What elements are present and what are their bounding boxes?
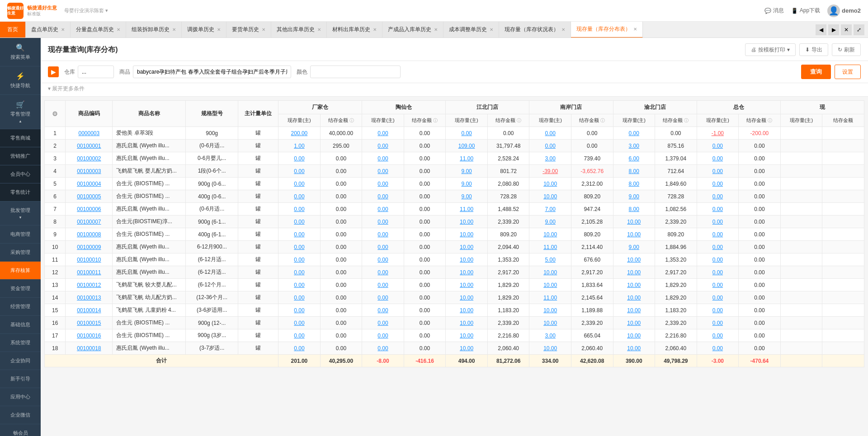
cell-yb-qty[interactable]: 10.00: [613, 266, 655, 279]
cell-na-qty[interactable]: 11.00: [529, 291, 571, 304]
cell-tot-qty[interactable]: 0.00: [697, 279, 739, 291]
tab-requisition[interactable]: 要货单历史 ✕: [226, 22, 271, 38]
sidebar-item-basic[interactable]: 基础信息: [0, 316, 41, 334]
cell-jb-qty[interactable]: 10.00: [446, 291, 488, 304]
cell-tot-qty[interactable]: 0.00: [697, 342, 739, 355]
cell-jb-qty[interactable]: 10.00: [446, 241, 488, 253]
cell-tot-qty[interactable]: 0.00: [697, 178, 739, 190]
cell-yb-qty[interactable]: 10.00: [613, 228, 655, 241]
cell-code[interactable]: 00100015: [66, 317, 113, 329]
cell-s-qty[interactable]: 0.00: [362, 304, 404, 317]
refresh-btn[interactable]: ↻ 刷新: [832, 43, 861, 56]
cell-fac-qty[interactable]: 200.00: [278, 127, 321, 140]
sidebar-item-search[interactable]: 🔍 搜索英单: [0, 38, 41, 66]
cell-s-qty[interactable]: 0.00: [362, 228, 404, 241]
cell-jb-qty[interactable]: 10.00: [446, 304, 488, 317]
cell-code[interactable]: 00100008: [66, 228, 113, 241]
sidebar-item-quick-nav[interactable]: ⚡ 快捷导航: [0, 66, 41, 95]
sidebar-item-marketing[interactable]: 营销推广: [0, 147, 41, 165]
cell-s-qty[interactable]: 0.00: [362, 291, 404, 304]
cell-code[interactable]: 00100018: [66, 342, 113, 355]
tab-close-inventory-detail[interactable]: ✕: [61, 27, 65, 32]
cell-tot-qty[interactable]: 0.00: [697, 140, 739, 152]
tab-cost-adjust[interactable]: 成本调整单历史 ✕: [443, 22, 499, 38]
cell-jb-qty[interactable]: 10.00: [446, 279, 488, 291]
cell-s-qty[interactable]: 0.00: [362, 140, 404, 152]
cell-jb-qty[interactable]: 10.00: [446, 253, 488, 266]
cell-tot-qty[interactable]: 0.00: [697, 241, 739, 253]
tab-scroll-right[interactable]: ▶: [828, 24, 839, 35]
cell-na-qty[interactable]: 3.00: [529, 329, 571, 342]
cell-yb-qty[interactable]: 8.00: [613, 165, 655, 178]
sidebar-item-member2[interactable]: 畅会员: [0, 424, 41, 436]
cell-yb-qty[interactable]: 10.00: [613, 291, 655, 304]
sidebar-item-retail-shop[interactable]: 零售商城: [0, 129, 41, 147]
tab-transfer[interactable]: 调拨单历史 ✕: [182, 22, 226, 38]
cell-jb-qty[interactable]: 10.00: [446, 266, 488, 279]
tab-split-inventory[interactable]: 分量盘点单历史 ✕: [71, 22, 126, 38]
cell-na-qty[interactable]: 10.00: [529, 342, 571, 355]
goods-input[interactable]: [133, 66, 291, 78]
cell-code[interactable]: 00100001: [66, 140, 113, 152]
cell-na-qty[interactable]: 0.00: [529, 127, 571, 140]
tab-material-out[interactable]: 材料出库单历史 ✕: [327, 22, 382, 38]
cell-s-qty[interactable]: 0.00: [362, 266, 404, 279]
sidebar-item-retail[interactable]: 🛒 零售管理 ▲: [0, 95, 41, 129]
table-container[interactable]: ⚙ 商品编码 商品名称 规格型号 主计量单位 厂家仓 陶仙仓 江北门店 南岸门店…: [41, 97, 868, 436]
cell-jb-qty[interactable]: 0.00: [446, 127, 488, 140]
cell-s-qty[interactable]: 0.00: [362, 178, 404, 190]
cell-jb-qty[interactable]: 10.00: [446, 317, 488, 329]
tab-other-out[interactable]: 其他出库单历史 ✕: [271, 22, 327, 38]
th-settings[interactable]: ⚙: [45, 101, 66, 127]
cell-s-qty[interactable]: 0.00: [362, 317, 404, 329]
cell-code[interactable]: 00100014: [66, 304, 113, 317]
sidebar-item-purchase[interactable]: 采购管理: [0, 244, 41, 262]
cell-tot-qty[interactable]: 0.00: [697, 253, 739, 266]
tab-close-all[interactable]: ✕: [841, 24, 852, 35]
cell-yb-qty[interactable]: 10.00: [613, 279, 655, 291]
cell-code[interactable]: 00100009: [66, 241, 113, 253]
cell-yb-qty[interactable]: 8.00: [613, 203, 655, 216]
cell-tot-qty[interactable]: 0.00: [697, 291, 739, 304]
tab-product-in[interactable]: 产成品入库单历史 ✕: [382, 22, 443, 38]
sidebar-item-inventory[interactable]: 库存核算: [0, 262, 41, 280]
cell-s-qty[interactable]: 0.00: [362, 203, 404, 216]
cell-tot-qty[interactable]: 0.00: [697, 152, 739, 165]
cell-yb-qty[interactable]: 0.00: [613, 127, 655, 140]
yb-amt-info-icon[interactable]: ⓘ: [684, 118, 689, 123]
warehouse-input[interactable]: [78, 66, 114, 78]
tab-close-inventory-dist[interactable]: ✕: [633, 27, 637, 32]
tab-close-transfer[interactable]: ✕: [217, 27, 221, 32]
cell-fac-qty[interactable]: 0.00: [278, 342, 321, 355]
tot-amt-info-icon[interactable]: ⓘ: [768, 118, 772, 123]
cell-na-qty[interactable]: 10.00: [529, 228, 571, 241]
cell-tot-qty[interactable]: 0.00: [697, 317, 739, 329]
sidebar-item-wholesale[interactable]: 批发管理 ▼: [0, 202, 41, 225]
system-selector[interactable]: 母婴行业演示陈套 ▾: [64, 7, 108, 14]
cell-fac-qty[interactable]: 0.00: [278, 152, 321, 165]
cell-fac-qty[interactable]: 0.00: [278, 165, 321, 178]
tab-inventory-detail[interactable]: 盘点单历史 ✕: [26, 22, 71, 38]
cell-code[interactable]: 00100013: [66, 291, 113, 304]
expand-more-btn[interactable]: ▾ 展开更多条件: [48, 85, 85, 93]
cell-fac-qty[interactable]: 0.00: [278, 241, 321, 253]
color-input[interactable]: [310, 66, 401, 78]
tab-close-split-inventory[interactable]: ✕: [117, 27, 120, 32]
tab-home[interactable]: 首页: [0, 22, 26, 38]
cell-na-qty[interactable]: 3.00: [529, 152, 571, 165]
cell-yb-qty[interactable]: 3.00: [613, 140, 655, 152]
cell-jb-qty[interactable]: 11.00: [446, 203, 488, 216]
jb-amt-info-icon[interactable]: ⓘ: [517, 118, 521, 123]
cell-code[interactable]: 00100010: [66, 253, 113, 266]
s-amt-info-icon[interactable]: ⓘ: [433, 118, 438, 123]
tab-close-cost-adjust[interactable]: ✕: [490, 27, 493, 32]
gear-icon[interactable]: ⚙: [52, 110, 58, 117]
messages-btn[interactable]: 💬 消息: [764, 7, 784, 14]
cell-jb-qty[interactable]: 10.00: [446, 228, 488, 241]
cell-jb-qty[interactable]: 11.00: [446, 152, 488, 165]
cell-code[interactable]: 00100016: [66, 329, 113, 342]
cell-fac-qty[interactable]: 0.00: [278, 190, 321, 203]
cell-tot-qty[interactable]: 0.00: [697, 304, 739, 317]
cell-tot-qty[interactable]: -1.00: [697, 127, 739, 140]
cell-na-qty[interactable]: 10.00: [529, 279, 571, 291]
